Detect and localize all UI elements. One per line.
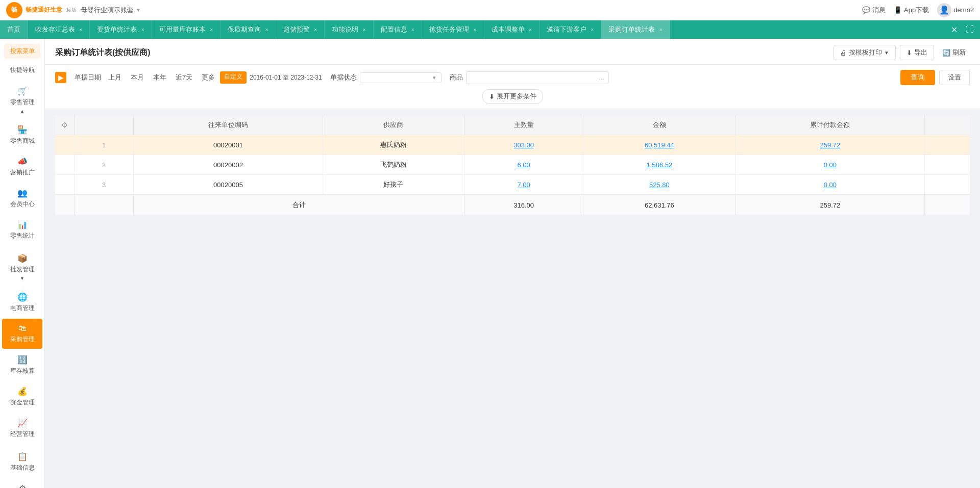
- quick-nav-button[interactable]: 快捷导航: [0, 62, 44, 79]
- status-select[interactable]: ▼: [360, 72, 442, 83]
- goods-input-field[interactable]: [471, 74, 597, 82]
- row-amount: 60,519.44: [583, 135, 736, 155]
- filter-row: ▶ 单据日期 上月 本月 本年 近7天 更多 自定义 20: [55, 70, 970, 85]
- sidebar-item-basic-info-label: 基础信息: [10, 464, 35, 472]
- tab-function-desc-close-icon[interactable]: ×: [362, 27, 365, 33]
- row-amount: 1,586.52: [583, 155, 736, 175]
- tab-available-stock[interactable]: 可用量库存账本 ×: [152, 20, 220, 39]
- tab-overstock-label: 超储预警: [283, 25, 310, 34]
- refresh-button[interactable]: 🔄 刷新: [938, 45, 970, 60]
- main-qty-link[interactable]: 7.00: [517, 181, 530, 189]
- sidebar-item-finance-mgmt[interactable]: 💰 资金管理: [2, 381, 42, 412]
- query-button[interactable]: 查询: [900, 70, 935, 85]
- export-label: 导出: [914, 48, 927, 57]
- tabs-close-all-icon[interactable]: ✕: [949, 25, 960, 35]
- app-download-action[interactable]: 📱 App下载: [894, 6, 929, 15]
- tab-overstock-close-icon[interactable]: ×: [314, 27, 317, 33]
- tab-order-summary[interactable]: 要货单统计表 ×: [90, 20, 152, 39]
- tab-cost-adjust[interactable]: 成本调整单 ×: [484, 20, 540, 39]
- sidebar-item-operation-mgmt[interactable]: 📈 经营管理: [2, 413, 42, 444]
- paid-amount-link[interactable]: 259.72: [820, 141, 840, 149]
- sidebar-item-marketing[interactable]: 📣 营销推广: [2, 151, 42, 182]
- main-qty-link[interactable]: 6.00: [517, 161, 530, 169]
- tab-expiry-query-close-icon[interactable]: ×: [265, 27, 268, 33]
- sidebar-item-system-mgmt[interactable]: ⚙ 系统管理: [2, 478, 42, 488]
- tab-purchase-summary-close-icon[interactable]: ×: [659, 27, 662, 33]
- col-supplier-code: 往来单位编码: [134, 115, 323, 135]
- workspace-selector[interactable]: 母婴行业演示账套 ▼: [81, 6, 141, 15]
- main-layout: 搜索菜单 快捷导航 🛒 零售管理 ▲ 🏪 零售商城 📣 营销推广 👥: [0, 39, 980, 488]
- tab-receive-summary-close-icon[interactable]: ×: [79, 27, 82, 33]
- shortcut-this-month[interactable]: 本月: [127, 71, 148, 84]
- shortcut-this-year[interactable]: 本年: [149, 71, 170, 84]
- tab-config-info-close-icon[interactable]: ×: [411, 27, 414, 33]
- status-filter-label: 单据状态: [330, 73, 357, 82]
- tab-cost-adjust-close-icon[interactable]: ×: [529, 27, 532, 33]
- filter-toggle-button[interactable]: ▶: [55, 72, 66, 83]
- sidebar-item-ecommerce-mgmt[interactable]: 🌐 电商管理: [2, 287, 42, 318]
- tab-receive-summary[interactable]: 收发存汇总表 ×: [28, 20, 90, 39]
- sidebar-item-purchase-mgmt[interactable]: 🛍 采购管理: [2, 319, 42, 349]
- sidebar-item-retail-management[interactable]: 🛒 零售管理 ▲: [2, 81, 42, 119]
- date-shortcuts: 上月 本月 本年 近7天 更多 自定义: [104, 71, 247, 84]
- tab-overstock[interactable]: 超储预警 ×: [276, 20, 325, 39]
- message-action[interactable]: 💬 消息: [862, 6, 886, 15]
- tab-config-info[interactable]: 配置信息 ×: [374, 20, 422, 39]
- sidebar-item-finance-mgmt-label: 资金管理: [10, 398, 35, 407]
- row-settings-cell: [55, 155, 75, 175]
- paid-amount-link[interactable]: 0.00: [824, 181, 837, 189]
- print-button[interactable]: 🖨 按模板打印 ▼: [834, 45, 896, 60]
- tab-available-stock-close-icon[interactable]: ×: [210, 27, 213, 33]
- amount-link[interactable]: 525.80: [649, 181, 670, 189]
- sidebar-item-basic-info[interactable]: 📋 基础信息: [2, 447, 42, 477]
- settings-button[interactable]: 设置: [939, 70, 970, 85]
- print-icon: 🖨: [840, 49, 847, 57]
- tab-function-desc[interactable]: 功能说明 ×: [325, 20, 373, 39]
- sidebar-item-inventory-check[interactable]: 🔢 库存核算: [2, 350, 42, 380]
- search-menu-button[interactable]: 搜索菜单: [4, 44, 40, 59]
- shortcut-custom[interactable]: 自定义: [220, 71, 247, 84]
- tab-picking-task-label: 拣货任务管理: [429, 25, 469, 34]
- workspace-chevron-icon: ▼: [136, 7, 141, 13]
- shortcut-7days[interactable]: 近7天: [172, 71, 197, 84]
- tab-picking-task-close-icon[interactable]: ×: [473, 27, 476, 33]
- sidebar-item-retail-mall[interactable]: 🏪 零售商城: [2, 120, 42, 150]
- shortcut-more[interactable]: 更多: [198, 71, 219, 84]
- goods-more-icon[interactable]: ...: [599, 74, 604, 81]
- amount-link[interactable]: 1,586.52: [647, 161, 673, 169]
- filter-bar: ▶ 单据日期 上月 本月 本年 近7天 更多 自定义 20: [45, 65, 980, 109]
- user-profile[interactable]: 👤 demo2: [937, 3, 974, 17]
- tab-expiry-query[interactable]: 保质期查询 ×: [220, 20, 276, 39]
- column-settings-icon[interactable]: ⚙: [61, 121, 68, 129]
- amount-link[interactable]: 60,519.44: [645, 141, 674, 149]
- export-button[interactable]: ⬇ 导出: [900, 45, 934, 60]
- tab-invite-close-icon[interactable]: ×: [591, 27, 594, 33]
- tab-invite[interactable]: 邀请下游客户 ×: [540, 20, 601, 39]
- page-title: 采购订单统计表(按供应商): [55, 47, 151, 58]
- tab-order-summary-close-icon[interactable]: ×: [141, 27, 144, 33]
- tabs-expand-icon[interactable]: ⛶: [964, 25, 976, 34]
- sidebar-item-marketing-label: 营销推广: [10, 168, 35, 177]
- shortcut-last-month[interactable]: 上月: [104, 71, 126, 84]
- member-center-icon: 👥: [17, 188, 28, 198]
- paid-amount-link[interactable]: 0.00: [824, 161, 837, 169]
- tab-purchase-summary[interactable]: 采购订单统计表 ×: [601, 20, 670, 39]
- goods-filter-label: 商品: [450, 73, 463, 82]
- sidebar-item-wholesale-mgmt[interactable]: 📦 批发管理 ▼: [2, 248, 42, 286]
- expand-conditions-button[interactable]: ⬇ 展开更多条件: [482, 89, 543, 104]
- sidebar-item-member-center[interactable]: 👥 会员中心: [2, 183, 42, 214]
- tab-home[interactable]: 首页: [0, 20, 28, 39]
- main-qty-link[interactable]: 303.00: [513, 141, 534, 149]
- retail-management-icon: 🛒: [17, 86, 28, 96]
- retail-management-arrow-icon: ▲: [20, 109, 24, 114]
- sidebar-item-retail-stats-label: 零售统计: [10, 232, 35, 240]
- sidebar-item-retail-stats[interactable]: 📊 零售统计: [2, 215, 42, 245]
- tab-picking-task[interactable]: 拣货任务管理 ×: [422, 20, 484, 39]
- filter-expand-row: ⬇ 展开更多条件: [55, 89, 970, 104]
- tab-config-info-label: 配置信息: [381, 25, 407, 34]
- message-icon: 💬: [862, 6, 870, 14]
- goods-filter-input[interactable]: ...: [466, 71, 609, 84]
- date-range-display: 2016-01-01 至 2023-12-31: [250, 73, 322, 82]
- inventory-check-icon: 🔢: [17, 355, 28, 365]
- col-main-qty: 主数量: [464, 115, 583, 135]
